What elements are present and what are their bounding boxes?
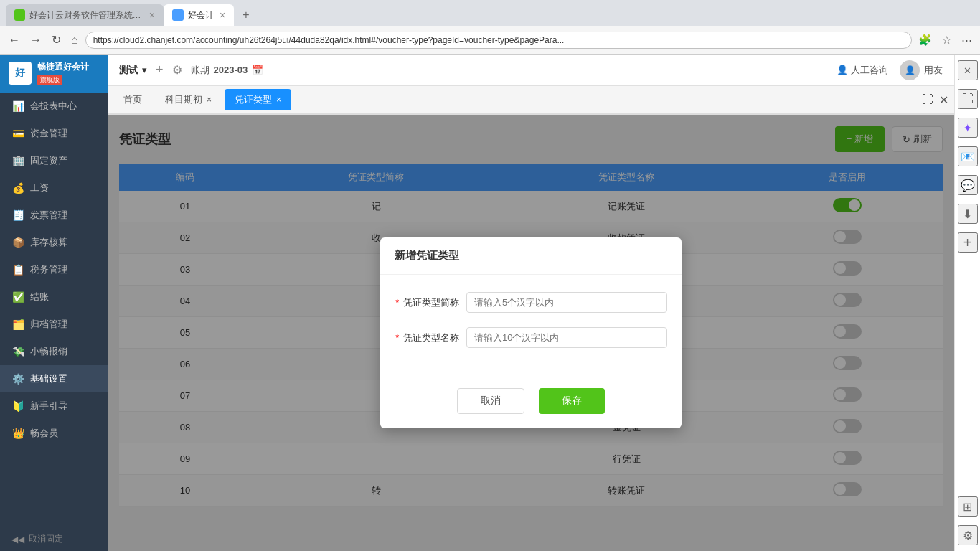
cancel-button[interactable]: 取消	[457, 388, 524, 414]
home-button[interactable]: ⌂	[68, 31, 81, 50]
logo-badge: 旗舰版	[37, 75, 62, 85]
right-panel: ✕ ⛶ ✦ 📧 💬 ⬇ + ⊞ ⚙	[954, 55, 980, 551]
company-select[interactable]: 测试 ▾	[119, 64, 147, 77]
logo-text: 畅捷通好会计	[37, 62, 89, 73]
tab-1-close[interactable]: ×	[149, 9, 155, 21]
sidebar-item-guide[interactable]: 🔰 新手引导	[0, 392, 108, 420]
guide-icon: 🔰	[11, 400, 24, 413]
salary-icon: 💰	[11, 182, 24, 194]
abbr-required: *	[395, 297, 399, 308]
settings-browser-button[interactable]: ⋯	[959, 32, 974, 49]
sidebar-unpin[interactable]: ◀◀ 取消固定	[0, 527, 108, 551]
user-menu[interactable]: 👤 用友	[900, 60, 943, 80]
browser-chrome: 好会计云财务软件管理系统_会计 × 好会计 × + ← → ↻ ⌂ 🧩 ☆ ⋯	[0, 0, 980, 55]
sidebar-logo: 好 畅捷通好会计 旗舰版	[0, 55, 108, 93]
sidebar-label-invoice: 发票管理	[30, 209, 67, 222]
app-header: 测试 ▾ + ⚙ 账期 2023-03 📅 👤 人工咨询 👤 用友	[108, 55, 954, 86]
reload-button[interactable]: ↻	[49, 30, 64, 50]
sidebar-label-member: 畅会员	[30, 427, 58, 440]
star-button[interactable]: ☆	[940, 32, 953, 49]
consult-label: 人工咨询	[851, 64, 888, 77]
expense-icon: 💸	[11, 345, 24, 358]
settings-button[interactable]: ⚙	[172, 63, 182, 77]
sidebar-label-guide: 新手引导	[30, 400, 67, 413]
sidebar-label-inventory: 库存核算	[30, 236, 67, 249]
company-dropdown-icon: ▾	[142, 65, 147, 75]
sidebar-item-dashboard[interactable]: 📊 会投表中心	[0, 93, 108, 120]
tab-2-label: 好会计	[188, 9, 214, 22]
checkout-icon: ✅	[11, 291, 24, 303]
tax-icon: 📋	[11, 263, 24, 276]
back-button[interactable]: ←	[6, 31, 23, 50]
sidebar: 好 畅捷通好会计 旗舰版 📊 会投表中心 💳 资金管理 🏢 固定资产 💰 工资	[0, 55, 108, 551]
sidebar-label-expense: 小畅报销	[30, 345, 67, 358]
close-tab-panel-button[interactable]: ✕	[939, 93, 948, 107]
user-avatar: 👤	[900, 60, 920, 80]
tab-1-label: 好会计云财务软件管理系统_会计	[29, 9, 143, 22]
save-button[interactable]: 保存	[539, 388, 605, 414]
right-ai-button[interactable]: ✦	[958, 118, 978, 138]
consult-button[interactable]: 👤 人工咨询	[837, 64, 888, 77]
right-grid-button[interactable]: ⊞	[958, 496, 978, 517]
inventory-icon: 📦	[11, 236, 24, 249]
tab-bar: 好会计云财务软件管理系统_会计 × 好会计 × +	[0, 0, 980, 26]
expand-button[interactable]: ⛶	[922, 93, 933, 106]
sidebar-item-member[interactable]: 👑 畅会员	[0, 420, 108, 447]
modal-header: 新增凭证类型	[380, 237, 682, 275]
tab-subject-close[interactable]: ×	[207, 95, 212, 105]
right-msg-button[interactable]: 💬	[958, 175, 978, 195]
consult-icon: 👤	[837, 65, 848, 75]
tab-2[interactable]: 好会计 ×	[164, 4, 234, 26]
name-input[interactable]	[466, 327, 667, 348]
abbr-input[interactable]	[466, 292, 667, 313]
tab-1[interactable]: 好会计云财务软件管理系统_会计 ×	[6, 4, 164, 26]
tab-home[interactable]: 首页	[113, 89, 152, 110]
sidebar-item-invoice[interactable]: 🧾 发票管理	[0, 202, 108, 229]
right-expand-button[interactable]: ⛶	[958, 89, 978, 109]
sidebar-item-capital[interactable]: 💳 资金管理	[0, 120, 108, 147]
address-input[interactable]	[85, 32, 912, 49]
abbr-label: * 凭证类型简称	[395, 296, 459, 309]
sidebar-item-salary[interactable]: 💰 工资	[0, 174, 108, 202]
assets-icon: 🏢	[11, 154, 24, 167]
sidebar-item-inventory[interactable]: 📦 库存核算	[0, 229, 108, 256]
right-outlook-button[interactable]: 📧	[958, 146, 978, 166]
settings-icon: ⚙️	[11, 372, 24, 385]
dashboard-icon: 📊	[11, 100, 24, 113]
invoice-icon: 🧾	[11, 209, 24, 222]
right-download-button[interactable]: ⬇	[958, 204, 978, 224]
sidebar-item-tax[interactable]: 📋 税务管理	[0, 256, 108, 283]
logo-icon: 好	[9, 62, 32, 85]
sidebar-item-checkout[interactable]: ✅ 结账	[0, 283, 108, 311]
right-cog-button[interactable]: ⚙	[958, 525, 978, 545]
user-label: 用友	[924, 64, 943, 77]
sidebar-label-tax: 税务管理	[30, 263, 67, 276]
cancel-label: 取消	[481, 395, 501, 406]
tab-voucher-type-label: 凭证类型	[235, 93, 272, 106]
unpin-icon: ◀◀	[11, 534, 24, 545]
add-company-button[interactable]: +	[156, 62, 164, 77]
right-close-button[interactable]: ✕	[958, 60, 978, 80]
tab-voucher-type[interactable]: 凭证类型 ×	[225, 89, 291, 110]
sidebar-item-expense[interactable]: 💸 小畅报销	[0, 338, 108, 365]
address-bar: ← → ↻ ⌂ 🧩 ☆ ⋯	[0, 26, 980, 55]
tab-subject[interactable]: 科目期初 ×	[155, 89, 222, 110]
sidebar-item-assets[interactable]: 🏢 固定资产	[0, 147, 108, 174]
extensions-button[interactable]: 🧩	[916, 32, 934, 49]
sidebar-label-assets: 固定资产	[30, 154, 67, 167]
forward-button[interactable]: →	[27, 31, 44, 50]
page-tabs: 首页 科目期初 × 凭证类型 × ⛶ ✕	[108, 86, 954, 115]
tab-2-icon	[172, 9, 184, 21]
company-name: 测试	[119, 64, 138, 77]
calendar-icon[interactable]: 📅	[252, 65, 263, 75]
capital-icon: 💳	[11, 127, 24, 140]
tab-voucher-type-close[interactable]: ×	[276, 95, 281, 105]
sidebar-item-settings[interactable]: ⚙️ 基础设置	[0, 365, 108, 392]
sidebar-item-archive[interactable]: 🗂️ 归档管理	[0, 311, 108, 338]
right-add-button[interactable]: +	[958, 232, 978, 253]
name-label: * 凭证类型名称	[395, 331, 459, 344]
sidebar-label-settings: 基础设置	[30, 372, 67, 385]
tab-2-close[interactable]: ×	[220, 9, 225, 21]
modal-dialog: 新增凭证类型 * 凭证类型简称 *	[380, 237, 682, 428]
new-tab-button[interactable]: +	[237, 6, 255, 24]
